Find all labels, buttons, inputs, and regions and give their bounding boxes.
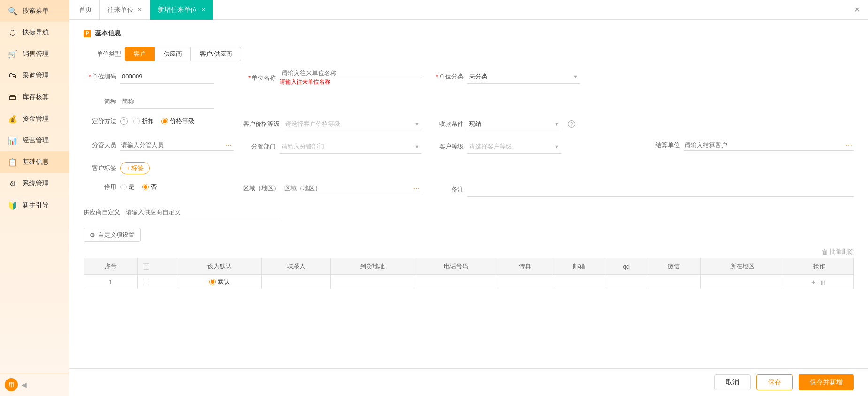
settlement-unit-input[interactable]	[684, 140, 844, 150]
region-input-wrapper: ···	[283, 183, 421, 194]
remarks-label: 备注	[431, 186, 464, 194]
settlement-unit-field: 结算单位 ···	[647, 140, 854, 151]
pricing-discount-label: 折扣	[142, 117, 154, 125]
unit-category-field: 单位分类 未分类 ▼	[431, 70, 854, 84]
sidebar-item-guide[interactable]: 🔰 新手引导	[0, 194, 69, 216]
unit-category-select[interactable]: 未分类 ▼	[467, 70, 580, 84]
unit-type-label: 单位类型	[84, 50, 121, 58]
pricing-level-radio[interactable]	[161, 118, 168, 124]
sidebar-item-label: 搜索菜单	[23, 7, 49, 15]
region-field: 区域（地区） ···	[243, 183, 421, 194]
row-delete-button[interactable]: 🗑	[818, 278, 828, 286]
row-actions: + 🗑	[784, 275, 854, 289]
unit-name-input[interactable]	[280, 70, 421, 77]
add-tag-button[interactable]: + 标签	[120, 162, 150, 174]
pricing-row: 定价方法 ? 折扣 价格等级 客户价格等级 请	[84, 117, 854, 131]
customer-price-level-select[interactable]: 请选择客户价格等级 ▼	[283, 117, 421, 131]
disabled-no-radio[interactable]	[142, 184, 149, 190]
custom-settings-button[interactable]: ⚙ 自定义项设置	[84, 228, 141, 242]
sidebar-item-label: 快捷导航	[23, 28, 49, 37]
payment-terms-select[interactable]: 现结 ▼	[467, 117, 561, 131]
unit-code-label: 单位编码	[84, 72, 116, 81]
pricing-method-help-icon[interactable]: ?	[120, 117, 128, 125]
tab-bar: 首页 往来单位 ✕ 新增往来单位 ✕ ✕	[69, 0, 868, 20]
customer-level-select[interactable]: 请选择客户等级 ▼	[467, 140, 561, 154]
sidebar-collapse-icon[interactable]: ◀	[22, 381, 27, 388]
department-label: 分管部门	[243, 142, 276, 151]
disabled-no-option[interactable]: 否	[142, 183, 157, 191]
payment-terms-field: 收款条件 现结 ▼ ?	[431, 117, 854, 131]
col-qq: qq	[606, 258, 647, 275]
sidebar-item-search[interactable]: 🔍 搜索菜单	[0, 0, 69, 22]
customer-level-arrow: ▼	[554, 144, 559, 149]
col-default: 设为默认	[178, 258, 262, 275]
short-name-field: 简称	[84, 94, 234, 109]
disabled-label: 停用	[84, 183, 116, 191]
sidebar-item-finance[interactable]: 💰 资金管理	[0, 108, 69, 130]
row-default-radio[interactable]: 默认	[183, 278, 257, 286]
settlement-unit-more-btn[interactable]: ···	[844, 141, 854, 149]
sidebar-item-sales[interactable]: 🛒 销售管理	[0, 43, 69, 65]
department-select[interactable]: 请输入分管部门 ▼	[280, 140, 421, 154]
unit-type-customer-btn[interactable]: 客户	[125, 47, 155, 61]
sidebar-item-inventory[interactable]: 🗃 库存核算	[0, 86, 69, 108]
row-email	[552, 275, 606, 289]
col-phone: 电话号码	[414, 258, 498, 275]
supervisor-more-btn[interactable]: ···	[224, 141, 234, 149]
tab-unit-list[interactable]: 往来单位 ✕	[100, 0, 150, 20]
customer-level-field: 客户等级 请选择客户等级 ▼	[431, 140, 638, 154]
row-add-button[interactable]: +	[810, 278, 817, 286]
row-default-circle[interactable]	[209, 279, 216, 285]
finance-icon: 💰	[8, 114, 18, 124]
unit-name-error: 请输入往来单位名称	[280, 78, 421, 86]
unit-category-label: 单位分类	[431, 72, 464, 81]
unit-type-group: 客户 供应商 客户/供应商	[125, 47, 241, 61]
row-checkbox[interactable]	[143, 279, 149, 285]
footer-bar: 取消 保存 保存并新增	[69, 368, 868, 396]
tab-home[interactable]: 首页	[71, 0, 100, 20]
supplier-custom-field: 供应商自定义	[84, 205, 281, 219]
save-and-new-button[interactable]: 保存并新增	[799, 374, 854, 390]
sidebar-item-quick-nav[interactable]: ⬡ 快捷导航	[0, 22, 69, 43]
remarks-input[interactable]	[467, 183, 854, 197]
cancel-button[interactable]: 取消	[714, 374, 751, 390]
tab-add-unit-close[interactable]: ✕	[201, 7, 206, 13]
save-button[interactable]: 保存	[756, 374, 793, 390]
sidebar-item-operation[interactable]: 📊 经营管理	[0, 130, 69, 151]
sidebar-bottom: 用 ◀	[0, 373, 69, 396]
sidebar-item-purchase[interactable]: 🛍 采购管理	[0, 65, 69, 86]
pricing-discount-option[interactable]: 折扣	[133, 117, 154, 125]
col-index: 序号	[84, 258, 138, 275]
pricing-level-option[interactable]: 价格等级	[161, 117, 194, 125]
unit-type-both-btn[interactable]: 客户/供应商	[191, 47, 241, 61]
disabled-yes-option[interactable]: 是	[120, 183, 135, 191]
window-close-button[interactable]: ✕	[847, 0, 866, 20]
tab-add-unit[interactable]: 新增往来单位 ✕	[150, 0, 213, 20]
short-name-input[interactable]	[120, 94, 214, 109]
main-area: 首页 往来单位 ✕ 新增往来单位 ✕ ✕ P 基本信息 单位类型 客户	[69, 0, 868, 396]
disabled-yes-radio[interactable]	[120, 184, 127, 190]
pricing-method-field: 定价方法 ? 折扣 价格等级	[84, 117, 234, 125]
tab-unit-list-close[interactable]: ✕	[137, 7, 142, 13]
supervisor-input[interactable]	[120, 140, 224, 150]
sidebar-item-label: 销售管理	[23, 50, 49, 58]
select-all-checkbox[interactable]	[143, 263, 149, 270]
sidebar-item-basic-info[interactable]: 📋 基础信息	[0, 151, 69, 173]
unit-name-label: 单位名称	[243, 74, 276, 82]
unit-type-supplier-btn[interactable]: 供应商	[155, 47, 191, 61]
department-placeholder: 请输入分管部门	[282, 142, 324, 151]
col-checkbox	[137, 258, 178, 275]
disabled-field: 停用 是 否	[84, 183, 234, 191]
supplier-custom-input[interactable]	[124, 205, 281, 219]
region-input[interactable]	[283, 183, 411, 194]
row-default-cell: 默认	[178, 275, 262, 289]
sidebar-item-system[interactable]: ⚙ 系统管理	[0, 173, 69, 194]
gear-icon: ⚙	[90, 232, 95, 239]
batch-delete-label[interactable]: 批量删除	[830, 248, 854, 256]
payment-terms-help-icon[interactable]: ?	[568, 120, 575, 128]
short-name-label: 简称	[84, 97, 116, 106]
sidebar-item-label: 经营管理	[23, 136, 49, 145]
region-more-btn[interactable]: ···	[411, 184, 421, 193]
pricing-discount-radio[interactable]	[133, 118, 140, 124]
unit-code-input[interactable]	[120, 70, 214, 84]
